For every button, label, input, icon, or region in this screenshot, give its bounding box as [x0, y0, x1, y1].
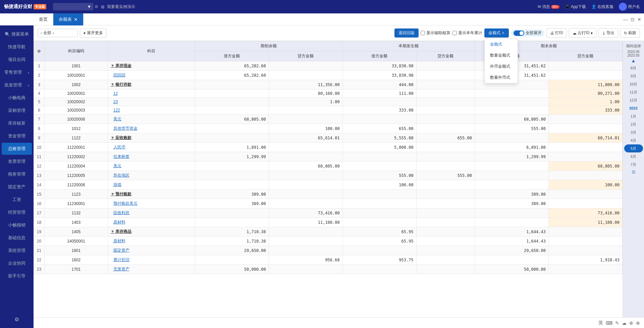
- row-name[interactable]: 人民币: [108, 143, 195, 152]
- row-name[interactable]: ▼预付账款: [108, 190, 195, 199]
- dropdown-item-amount[interactable]: 金额式: [485, 39, 518, 50]
- sidebar-item-cooperation[interactable]: 企业协同: [2, 257, 32, 269]
- sidebar-item-capital[interactable]: 资金管理: [2, 130, 32, 142]
- sidebar-item-general-ledger[interactable]: 总账管理: [2, 143, 32, 155]
- sidebar-item-mini-ecom[interactable]: 小畅电商: [2, 92, 32, 104]
- sidebar-item-search[interactable]: 🔍 搜索菜单: [2, 28, 32, 40]
- month-item[interactable]: 11月: [624, 88, 643, 96]
- sidebar-item-inventory[interactable]: 库存核算: [2, 117, 32, 129]
- amount-style-btn[interactable]: 金额式 ∧: [484, 28, 509, 38]
- row-name[interactable]: 12: [108, 89, 195, 98]
- edit-icon[interactable]: ✎: [615, 320, 619, 326]
- row-name[interactable]: 往来标签: [108, 152, 195, 161]
- message-btn[interactable]: ✉ 消息 99+: [538, 4, 559, 10]
- toggle-expand-switch[interactable]: [514, 30, 524, 36]
- row-name[interactable]: 累计折旧: [108, 255, 195, 265]
- row-name[interactable]: 原材料: [108, 218, 195, 227]
- go-back-btn[interactable]: 退回旧版: [394, 28, 419, 38]
- month-item[interactable]: 2023: [624, 104, 643, 112]
- checkbox-auxiliary-input[interactable]: [421, 31, 425, 35]
- month-item[interactable]: 6月: [624, 152, 643, 160]
- sidebar-item-operations[interactable]: 经营管理: [2, 206, 32, 218]
- close-bottom-icon[interactable]: ⊗: [636, 320, 640, 326]
- refresh-btn[interactable]: ↻ 刷新: [620, 28, 640, 38]
- row-name[interactable]: ▼库存商品: [108, 227, 195, 237]
- row-name[interactable]: 美元: [108, 161, 195, 171]
- sidebar-item-payroll[interactable]: 工资: [2, 194, 32, 206]
- sidebar-item-wholesale[interactable]: 批发管理 ›: [2, 79, 32, 91]
- row-name[interactable]: 固定资产: [108, 246, 195, 255]
- month-item[interactable]: 7月: [624, 160, 643, 169]
- keyboard-icon[interactable]: ⌨: [606, 320, 612, 326]
- sidebar-item-fixed-assets[interactable]: 固定资产: [2, 181, 32, 193]
- row-name[interactable]: ▼库存现金: [108, 61, 195, 71]
- sidebar-item-invoice[interactable]: 发票管理: [2, 155, 32, 168]
- tab-home[interactable]: 首页: [34, 13, 53, 25]
- sidebar-item-retail[interactable]: 零售管理 ›: [2, 66, 32, 78]
- row-name[interactable]: 游戏: [108, 180, 195, 190]
- filter-all-box[interactable]: ‹ 全部 ›: [38, 29, 78, 37]
- sidebar-item-quick-nav[interactable]: 快捷导航: [2, 41, 32, 53]
- online-service-btn[interactable]: 👤 在线客服: [591, 4, 613, 10]
- sidebar-gear-icon[interactable]: ⚙: [2, 313, 32, 325]
- dropdown-item-qty-foreign[interactable]: 数量外币式: [485, 72, 518, 83]
- checkbox-yearly-input[interactable]: [452, 31, 457, 35]
- month-nav-up[interactable]: ▲: [631, 57, 637, 64]
- tab-balance[interactable]: 余额表 ✕: [53, 13, 84, 25]
- export-btn[interactable]: ⤓ 导出: [598, 28, 618, 38]
- sidebar-item-mini-sales[interactable]: 小畅报销: [2, 219, 32, 231]
- sidebar-item-tax[interactable]: 税务管理: [2, 168, 32, 180]
- sidebar-item-purchase[interactable]: 采购管理: [2, 105, 32, 117]
- checkbox-yearly[interactable]: 显示本年累计: [452, 30, 482, 36]
- row-name[interactable]: 122: [108, 106, 195, 115]
- month-item[interactable]: 3月: [624, 128, 643, 136]
- add-icon[interactable]: ⊕: [629, 320, 633, 326]
- row-name[interactable]: 原材料: [108, 237, 195, 246]
- dropdown-item-foreign-amount[interactable]: 外币金额式: [485, 61, 518, 72]
- tab-maximize-icon[interactable]: ⊡: [631, 17, 635, 22]
- month-item[interactable]: 10月: [624, 80, 643, 88]
- cloud-bottom-icon[interactable]: ☁: [622, 320, 627, 326]
- sidebar-item-system[interactable]: 系统管理: [2, 245, 32, 257]
- filter-left-arrow[interactable]: ‹: [41, 31, 42, 36]
- dropdown-item-qty-amount[interactable]: 数量金额式: [485, 50, 518, 61]
- sidebar-item-basic-info[interactable]: 基础信息: [2, 232, 32, 244]
- month-item[interactable]: 2月: [624, 120, 643, 128]
- month-item[interactable]: 5月: [624, 144, 643, 152]
- expand-more-btn[interactable]: ▾ 展开更多: [80, 28, 107, 38]
- demo-link[interactable]: ◎ 我要看实例演示: [101, 4, 135, 10]
- row-name[interactable]: 预付账款美元: [108, 199, 195, 208]
- sidebar-item-new-guide[interactable]: 新手引导: [2, 270, 32, 282]
- tab-close-icon[interactable]: ✕: [74, 17, 78, 22]
- cloud-print-btn[interactable]: ☁ 云打印 ▾: [569, 28, 596, 38]
- month-item[interactable]: 9月: [624, 72, 643, 80]
- filter-right-arrow[interactable]: ›: [53, 31, 54, 36]
- user-avatar[interactable]: 用户名: [619, 3, 640, 11]
- row-name[interactable]: 23: [108, 98, 195, 106]
- month-item[interactable]: 12月: [624, 96, 643, 104]
- window-dropdown-icon[interactable]: ▼: [87, 4, 91, 9]
- checkbox-auxiliary[interactable]: 显示辅助核算: [421, 30, 450, 36]
- tab-minimize-icon[interactable]: —: [623, 17, 628, 22]
- month-item[interactable]: 8月: [624, 64, 643, 72]
- table-settings-icon[interactable]: ⚙: [37, 49, 41, 54]
- row-name[interactable]: 其他货币资金: [108, 124, 195, 133]
- row-name[interactable]: 所在地区: [108, 171, 195, 180]
- month-item[interactable]: 4月: [624, 136, 643, 144]
- row-name[interactable]: 美元: [108, 115, 195, 124]
- month-item[interactable]: 1月: [624, 112, 643, 120]
- sidebar-item-project[interactable]: 项目合同: [2, 54, 32, 66]
- print-btn[interactable]: 🖨 打印: [546, 28, 567, 38]
- row-name[interactable]: 应收利息: [108, 208, 195, 218]
- tab-close-window-icon[interactable]: ✕: [637, 17, 641, 22]
- app-download-btn[interactable]: 📱 App下载: [565, 4, 586, 10]
- row-name[interactable]: ▼应收账款: [108, 133, 195, 143]
- window-title-input[interactable]: ▼: [53, 3, 93, 10]
- month-collapse-icon[interactable]: ⊙: [631, 169, 636, 175]
- row-name[interactable]: 回回回: [108, 71, 195, 80]
- table-container[interactable]: ⚙ 科目编码 科目 期初余额 本期发生额 期末余额 借方金额 贷方金额 借方金额: [34, 41, 623, 317]
- row-name[interactable]: 无形资产: [108, 265, 195, 274]
- lang-icon[interactable]: 英: [598, 320, 603, 326]
- row-name[interactable]: ▼银行存款: [108, 80, 195, 89]
- settings-col-header[interactable]: ⚙: [34, 41, 45, 61]
